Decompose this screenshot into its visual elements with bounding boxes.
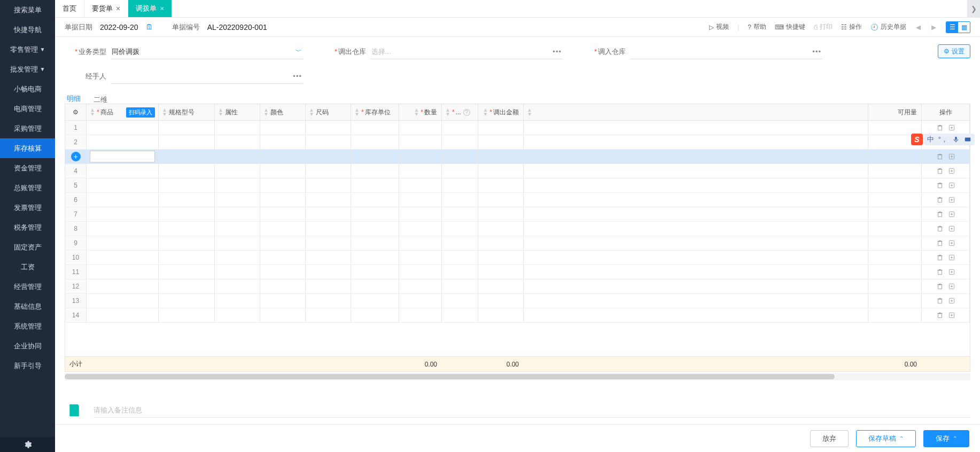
tool-history[interactable]: 🕘历史单据 bbox=[870, 22, 906, 32]
tabs-expand-icon[interactable]: ❯ bbox=[967, 0, 980, 17]
delete-icon[interactable] bbox=[936, 311, 944, 319]
out-warehouse-select[interactable]: 选择... ••• bbox=[370, 44, 563, 59]
add-icon[interactable] bbox=[948, 153, 955, 160]
sidebar-item-1[interactable]: 快捷导航 bbox=[0, 20, 55, 40]
tool-video[interactable]: ▷视频 bbox=[709, 22, 729, 32]
add-icon[interactable] bbox=[948, 124, 955, 131]
history-next-icon[interactable]: ▶ bbox=[930, 24, 937, 31]
tool-help[interactable]: ?帮助 bbox=[748, 22, 766, 32]
table-row[interactable]: 2 bbox=[65, 135, 970, 150]
add-icon[interactable] bbox=[948, 167, 955, 175]
save-draft-button[interactable]: 保存草稿⌃ bbox=[856, 430, 916, 447]
tool-shortcut[interactable]: ⌨快捷键 bbox=[775, 22, 805, 32]
table-row[interactable]: 11 bbox=[65, 265, 970, 279]
ime-mic-icon[interactable] bbox=[952, 136, 960, 143]
delete-icon[interactable] bbox=[936, 153, 944, 160]
horizontal-scrollbar[interactable] bbox=[65, 373, 970, 380]
sidebar-item-17[interactable]: 企业协同 bbox=[0, 336, 55, 356]
tool-print[interactable]: ⎙打印 bbox=[814, 22, 833, 32]
delete-icon[interactable] bbox=[936, 225, 944, 232]
tab-1[interactable]: 要货单× bbox=[84, 0, 128, 17]
delete-icon[interactable] bbox=[936, 254, 944, 261]
sidebar-item-9[interactable]: 总账管理 bbox=[0, 178, 55, 198]
sidebar-item-18[interactable]: 新手引导 bbox=[0, 356, 55, 376]
ime-keyboard-icon[interactable] bbox=[964, 136, 971, 143]
more-icon[interactable]: ••• bbox=[293, 72, 302, 80]
sidebar-item-7[interactable]: 库存核算 bbox=[0, 138, 55, 158]
add-icon[interactable] bbox=[948, 283, 955, 290]
add-icon[interactable] bbox=[948, 254, 955, 261]
delete-icon[interactable] bbox=[936, 211, 944, 218]
close-icon[interactable]: × bbox=[116, 4, 120, 13]
sidebar-item-4[interactable]: 小畅电商 bbox=[0, 79, 55, 99]
more-icon[interactable]: ••• bbox=[812, 48, 821, 56]
scan-input-button[interactable]: 扫码录入 bbox=[126, 107, 155, 118]
add-icon[interactable] bbox=[948, 311, 955, 319]
delete-icon[interactable] bbox=[936, 268, 944, 276]
tab-2[interactable]: 调拨单× bbox=[128, 0, 172, 17]
sidebar-item-0[interactable]: 搜索菜单 bbox=[0, 0, 55, 20]
table-row[interactable]: 5 bbox=[65, 178, 970, 193]
add-icon[interactable] bbox=[948, 297, 955, 305]
add-icon[interactable] bbox=[948, 182, 955, 189]
remarks-input[interactable] bbox=[94, 403, 970, 418]
table-row[interactable]: 13 bbox=[65, 294, 970, 308]
sidebar-item-8[interactable]: 资金管理 bbox=[0, 158, 55, 178]
handler-select[interactable]: ••• bbox=[111, 69, 303, 84]
save-button[interactable]: 保存⌃ bbox=[923, 430, 969, 447]
ime-toolbar[interactable]: S 中 °， bbox=[911, 134, 975, 145]
tab-0[interactable]: 首页 bbox=[55, 0, 84, 17]
sidebar-item-5[interactable]: 电商管理 bbox=[0, 99, 55, 119]
table-row[interactable]: 10 bbox=[65, 251, 970, 265]
settings-button[interactable]: ⚙设置 bbox=[938, 44, 970, 58]
help-icon[interactable]: ? bbox=[463, 109, 470, 116]
add-icon[interactable] bbox=[948, 239, 955, 247]
delete-icon[interactable] bbox=[936, 167, 944, 175]
sidebar-item-2[interactable]: 零售管理▼ bbox=[0, 40, 55, 59]
doc-date-value[interactable]: 2022-09-20 bbox=[100, 23, 138, 32]
ime-lang[interactable]: 中 bbox=[927, 135, 934, 144]
biz-type-select[interactable]: 同价调拨 ﹀ bbox=[111, 44, 303, 59]
add-icon[interactable] bbox=[948, 211, 955, 218]
table-row[interactable]: + bbox=[65, 150, 970, 164]
view-toggle[interactable]: ☰ ▦ bbox=[946, 21, 970, 33]
add-icon[interactable] bbox=[948, 225, 955, 232]
delete-icon[interactable] bbox=[936, 124, 944, 131]
sidebar-item-12[interactable]: 固定资产 bbox=[0, 237, 55, 257]
add-icon[interactable] bbox=[948, 268, 955, 276]
table-row[interactable]: 8 bbox=[65, 222, 970, 236]
sidebar-item-3[interactable]: 批发管理▼ bbox=[0, 59, 55, 79]
sidebar-item-10[interactable]: 发票管理 bbox=[0, 198, 55, 217]
discard-button[interactable]: 放弃 bbox=[810, 430, 849, 447]
sidebar-item-14[interactable]: 经营管理 bbox=[0, 277, 55, 297]
product-input[interactable] bbox=[90, 151, 155, 162]
table-row[interactable]: 7 bbox=[65, 207, 970, 222]
close-icon[interactable]: × bbox=[160, 4, 164, 13]
table-row[interactable]: 4 bbox=[65, 164, 970, 178]
col-config-icon[interactable]: ⚙ bbox=[65, 104, 87, 120]
sidebar-item-15[interactable]: 基础信息 bbox=[0, 297, 55, 316]
sidebar-settings[interactable] bbox=[0, 437, 55, 452]
table-row[interactable]: 9 bbox=[65, 236, 970, 251]
table-row[interactable]: 6 bbox=[65, 193, 970, 207]
delete-icon[interactable] bbox=[936, 297, 944, 305]
delete-icon[interactable] bbox=[936, 182, 944, 189]
add-icon[interactable] bbox=[948, 196, 955, 204]
list-view-icon[interactable]: ☰ bbox=[946, 22, 958, 33]
calendar-icon[interactable]: 🗓 bbox=[146, 23, 153, 31]
history-prev-icon[interactable]: ◀ bbox=[915, 24, 922, 31]
more-icon[interactable]: ••• bbox=[553, 48, 562, 56]
grid-view-icon[interactable]: ▦ bbox=[958, 22, 970, 33]
table-row[interactable]: 1 bbox=[65, 121, 970, 135]
table-row[interactable]: 12 bbox=[65, 279, 970, 294]
delete-icon[interactable] bbox=[936, 239, 944, 247]
delete-icon[interactable] bbox=[936, 196, 944, 204]
in-warehouse-select[interactable]: ••• bbox=[630, 44, 822, 59]
ime-punct-icon[interactable]: °， bbox=[938, 135, 948, 144]
delete-icon[interactable] bbox=[936, 283, 944, 290]
sidebar-item-16[interactable]: 系统管理 bbox=[0, 316, 55, 336]
tool-action[interactable]: ☷操作 bbox=[841, 22, 862, 32]
sidebar-item-11[interactable]: 税务管理 bbox=[0, 217, 55, 237]
table-row[interactable]: 14 bbox=[65, 308, 970, 323]
sidebar-item-13[interactable]: 工资 bbox=[0, 257, 55, 277]
